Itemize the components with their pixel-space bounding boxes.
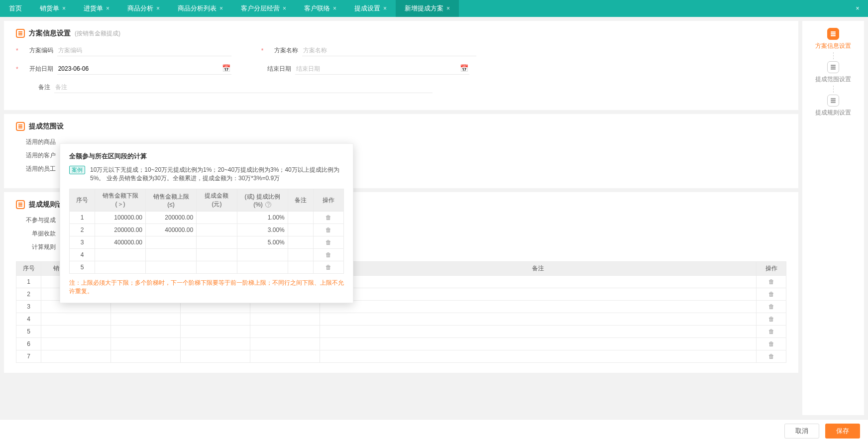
svg-rect-11 — [831, 35, 836, 36]
rule-paytype-label: 单据收款 — [16, 229, 56, 238]
scope-goods-label: 适用的商品 — [16, 138, 56, 146]
delete-icon[interactable]: 🗑 — [768, 353, 774, 360]
close-icon[interactable]: × — [383, 5, 387, 12]
cancel-button[interactable]: 取消 — [784, 424, 819, 439]
tab-商品分析列表[interactable]: 商品分析列表× — [169, 0, 232, 17]
table-row[interactable]: 5🗑 — [16, 326, 786, 338]
delete-icon[interactable]: 🗑 — [768, 328, 774, 335]
cell-op: 🗑 — [313, 224, 343, 236]
cell-ratio[interactable] — [250, 350, 320, 363]
cell-remark[interactable] — [320, 313, 757, 326]
tooltip-grid: 序号 销售金额下限 (＞) 销售金额上限 (≤) 提成金额 (元) (或) 提成… — [69, 189, 344, 274]
table-row[interactable]: 6🗑 — [16, 338, 786, 350]
cell-upper[interactable] — [111, 313, 181, 326]
remark-input[interactable] — [54, 82, 433, 93]
cell-amount[interactable] — [181, 326, 250, 338]
cell-idx: 1 — [70, 212, 95, 224]
close-icon[interactable]: × — [283, 5, 286, 12]
delete-icon[interactable]: 🗑 — [768, 278, 774, 285]
tab-客户联络[interactable]: 客户联络× — [295, 0, 345, 17]
cell-remark[interactable] — [320, 326, 757, 338]
plan-code-input[interactable] — [57, 45, 231, 56]
tab-客户分层经营[interactable]: 客户分层经营× — [232, 0, 295, 17]
svg-rect-12 — [831, 65, 836, 66]
delete-icon[interactable]: 🗑 — [768, 316, 774, 323]
cell-remark[interactable] — [320, 350, 757, 363]
tab-首页[interactable]: 首页 — [0, 0, 31, 17]
step-label: 提成规则设置 — [815, 109, 851, 117]
tab-新增提成方案[interactable]: 新增提成方案× — [396, 0, 459, 17]
cell-lower[interactable] — [41, 313, 111, 326]
delete-icon[interactable]: 🗑 — [326, 214, 331, 221]
cell-upper[interactable] — [111, 338, 181, 350]
table-row[interactable]: 4🗑 — [16, 313, 786, 326]
t-col-lower: 销售金额下限 (＞) — [95, 189, 146, 212]
cell-upper[interactable] — [111, 326, 181, 338]
tab-label: 商品分析 — [127, 4, 153, 13]
tab-提成设置[interactable]: 提成设置× — [345, 0, 396, 17]
delete-icon[interactable]: 🗑 — [326, 226, 331, 233]
cell-amount[interactable] — [181, 350, 250, 363]
cell-upper — [146, 249, 197, 261]
tab-进货单[interactable]: 进货单× — [75, 0, 118, 17]
svg-rect-13 — [831, 67, 836, 68]
t-col-idx: 序号 — [70, 189, 95, 212]
cell-idx: 5 — [70, 261, 95, 274]
step-info[interactable]: 方案信息设置 — [815, 28, 851, 50]
cell-op: 🗑 — [757, 350, 786, 363]
cell-amount — [197, 236, 237, 249]
tab-商品分析[interactable]: 商品分析× — [118, 0, 169, 17]
cell-ratio[interactable] — [250, 313, 320, 326]
cell-idx: 5 — [16, 326, 41, 338]
close-icon[interactable]: × — [106, 5, 109, 12]
close-all-tabs[interactable]: × — [850, 0, 865, 17]
end-date-label: 结束日期 — [261, 65, 291, 73]
cell-remark[interactable] — [320, 301, 757, 313]
end-date-input[interactable] — [295, 63, 469, 75]
side-step-nav: 方案信息设置 提成范围设置 提成规则设置 — [802, 21, 864, 415]
delete-icon[interactable]: 🗑 — [768, 340, 774, 347]
calendar-icon[interactable]: 📅 — [460, 64, 468, 72]
delete-icon[interactable]: 🗑 — [326, 264, 331, 271]
cell-ratio[interactable] — [250, 338, 320, 350]
cell-idx: 7 — [16, 350, 41, 363]
plan-name-input[interactable] — [302, 45, 476, 56]
tooltip-note: 注：上限必须大于下限；多个阶梯时，下一个阶梯下限要等于前一阶梯上限；不同行之间下… — [69, 279, 344, 296]
close-icon[interactable]: × — [333, 5, 336, 12]
cell-lower[interactable] — [41, 326, 111, 338]
cell-remark[interactable] — [320, 338, 757, 350]
delete-icon[interactable]: 🗑 — [768, 291, 774, 298]
cell-ratio[interactable] — [250, 326, 320, 338]
cell-lower[interactable] — [41, 350, 111, 363]
cell-lower[interactable] — [41, 338, 111, 350]
tab-销货单[interactable]: 销货单× — [31, 0, 75, 17]
cell-op: 🗑 — [757, 288, 786, 301]
close-icon[interactable]: × — [446, 5, 450, 12]
footer-bar: 取消 保存 — [0, 419, 868, 442]
help-icon[interactable]: ? — [265, 202, 271, 208]
start-date-input[interactable] — [57, 63, 231, 75]
cell-op: 🗑 — [313, 236, 343, 249]
tab-label: 首页 — [9, 4, 22, 13]
save-button[interactable]: 保存 — [825, 424, 860, 439]
delete-icon[interactable]: 🗑 — [326, 251, 331, 258]
close-icon[interactable]: × — [156, 5, 160, 12]
cell-amount[interactable] — [181, 338, 250, 350]
svg-rect-4 — [18, 126, 22, 127]
cell-remark[interactable] — [320, 288, 757, 301]
close-icon[interactable]: × — [62, 5, 66, 12]
calendar-icon[interactable]: 📅 — [222, 64, 230, 72]
delete-icon[interactable]: 🗑 — [326, 239, 331, 246]
step-scope[interactable]: 提成范围设置 — [815, 61, 851, 84]
table-row[interactable]: 7🗑 — [16, 350, 786, 363]
cell-remark[interactable] — [320, 276, 757, 288]
col-remark: 备注 — [320, 262, 757, 276]
delete-icon[interactable]: 🗑 — [768, 303, 774, 310]
cell-upper: 200000.00 — [146, 212, 197, 224]
cell-upper — [146, 236, 197, 249]
step-rule[interactable]: 提成规则设置 — [815, 95, 851, 117]
cell-upper[interactable] — [111, 350, 181, 363]
cell-remark — [288, 212, 313, 224]
cell-amount[interactable] — [181, 313, 250, 326]
close-icon[interactable]: × — [219, 5, 223, 12]
